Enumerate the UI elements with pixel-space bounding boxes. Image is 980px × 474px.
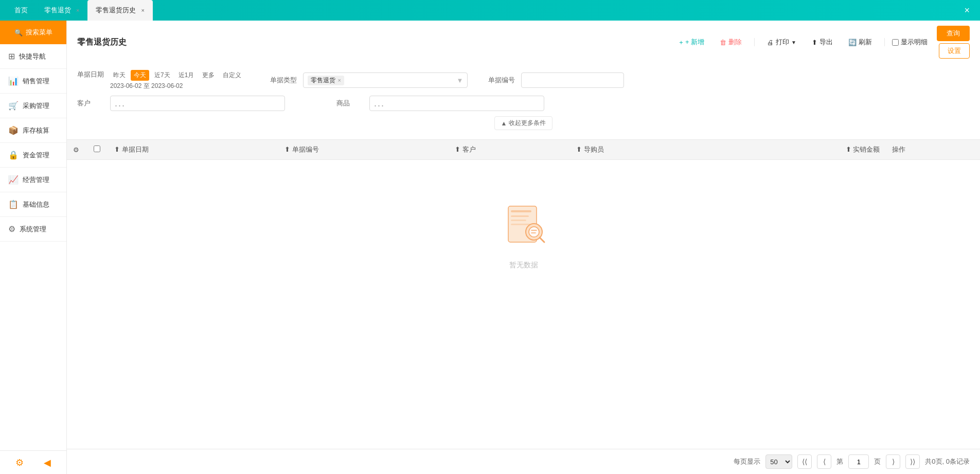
svg-line-7: [540, 238, 544, 242]
col-checkbox[interactable]: [87, 140, 108, 160]
refresh-button[interactable]: 🔄 刷新: [843, 35, 877, 49]
svg-rect-1: [511, 210, 531, 212]
date-btn-7days[interactable]: 近7天: [151, 70, 173, 81]
date-btn-more[interactable]: 更多: [199, 70, 218, 81]
page-header-top: 零售退货历史 + + 新增 🗑 删除 🖨 打印 ▼: [77, 26, 970, 59]
sidebar-item-sales-mgmt[interactable]: 📊 销售管理: [0, 69, 66, 94]
empty-illustration: [498, 201, 549, 252]
page-size-select[interactable]: 50 100 200: [765, 454, 792, 469]
sidebar-item-basic-info[interactable]: 📋 基础信息: [0, 192, 66, 217]
date-filter-label: 单据日期: [77, 70, 106, 79]
sidebar-item-label: 快捷导航: [19, 52, 46, 61]
tab-retail-return-history-close[interactable]: ×: [141, 7, 144, 13]
new-button[interactable]: + + 新增: [674, 35, 709, 49]
column-settings-icon[interactable]: ⚙: [73, 146, 79, 154]
settings-icon[interactable]: ⚙: [15, 457, 24, 468]
collapse-icon: ▲: [501, 120, 507, 127]
doc-type-dropdown-icon: ▼: [457, 77, 464, 84]
basic-info-icon: 📋: [8, 199, 19, 209]
doc-number-label: 单据编号: [488, 76, 517, 85]
sidebar-item-finance-mgmt[interactable]: 🔒 资金管理: [0, 143, 66, 168]
system-icon: ⚙: [8, 224, 15, 234]
quick-nav-icon: ⊞: [8, 51, 15, 61]
collapse-label: 收起更多条件: [509, 119, 546, 127]
prev-page-button[interactable]: ⟨: [817, 454, 831, 469]
purchase-icon: 🛒: [8, 101, 19, 111]
doc-type-tag: 零售退货 ×: [308, 76, 344, 85]
table-header-row: ⚙ ⬆ 单据日期 ⬆ 单据编号 ⬆ 客户: [67, 140, 980, 160]
sidebar-item-operations-mgmt[interactable]: 📈 经营管理: [0, 168, 66, 192]
customer-dots: ...: [115, 98, 126, 109]
sidebar-item-inventory-check[interactable]: 📦 库存核算: [0, 118, 66, 143]
sidebar-item-quick-nav[interactable]: ⊞ 快捷导航: [0, 44, 66, 69]
doc-type-tag-text: 零售退货: [311, 76, 335, 85]
next-page-button[interactable]: ⟩: [886, 454, 900, 469]
filter-row-2: 客户 ... 商品 ...: [77, 96, 970, 111]
select-all-checkbox[interactable]: [94, 145, 100, 152]
table-container: ⚙ ⬆ 单据日期 ⬆ 单据编号 ⬆ 客户: [67, 140, 980, 449]
toolbar: + + 新增 🗑 删除 🖨 打印 ▼ ⬆ 导出: [674, 26, 970, 59]
page-unit-label: 页: [874, 457, 881, 466]
empty-text: 暂无数据: [509, 261, 538, 270]
close-window-button[interactable]: ×: [960, 5, 974, 16]
sidebar-item-purchase-mgmt[interactable]: 🛒 采购管理: [0, 94, 66, 118]
delete-icon: 🗑: [720, 39, 726, 46]
finance-icon: 🔒: [8, 150, 19, 160]
sidebar-item-system-mgmt[interactable]: ⚙ 系统管理: [0, 217, 66, 242]
table-footer: 每页显示 50 100 200 ⟨⟨ ⟨ 第 页 ⟩ ⟩⟩ 共0页, 0条记录: [67, 449, 980, 474]
show-detail-checkbox-input[interactable]: [892, 39, 899, 46]
top-bar: 首页 零售退货 × 零售退货历史 × ×: [0, 0, 980, 21]
query-button[interactable]: 查询: [937, 26, 970, 41]
sidebar-item-label: 销售管理: [23, 77, 49, 86]
tab-retail-return-history-label: 零售退货历史: [96, 6, 136, 15]
tab-retail-return[interactable]: 零售退货 ×: [36, 0, 87, 21]
customer-filter-label: 客户: [77, 99, 106, 108]
col-action-label: 操作: [892, 145, 905, 153]
total-label: 共0页, 0条记录: [925, 457, 970, 466]
settings-button[interactable]: 设置: [939, 43, 970, 59]
tab-home[interactable]: 首页: [6, 0, 36, 21]
print-button[interactable]: 🖨 打印 ▼: [762, 35, 801, 49]
date-btn-custom[interactable]: 自定义: [220, 70, 244, 81]
col-date: ⬆ 单据日期: [108, 140, 278, 160]
page-number-input[interactable]: [848, 454, 869, 469]
product-select[interactable]: ...: [369, 96, 544, 111]
delete-button[interactable]: 🗑 删除: [715, 35, 747, 49]
col-settings[interactable]: ⚙: [67, 140, 87, 160]
svg-point-6: [529, 227, 539, 237]
sidebar-search[interactable]: 🔍 搜索菜单: [0, 21, 66, 44]
per-page-label: 每页显示: [734, 457, 760, 466]
show-detail-toggle[interactable]: 显示明细: [892, 38, 928, 47]
last-page-button[interactable]: ⟩⟩: [905, 454, 920, 469]
col-guide: ⬆ 导购员: [570, 140, 716, 160]
empty-row: 暂无数据: [67, 160, 980, 301]
date-btn-1month[interactable]: 近1月: [175, 70, 198, 81]
collapse-filter-button[interactable]: ▲ 收起更多条件: [494, 116, 553, 130]
page-label: 第: [836, 457, 843, 466]
table-body: 暂无数据: [67, 160, 980, 301]
top-bar-right: ×: [960, 5, 974, 16]
customer-select[interactable]: ...: [110, 96, 285, 111]
print-icon: 🖨: [767, 39, 774, 46]
first-page-button[interactable]: ⟨⟨: [797, 454, 812, 469]
tab-retail-return-close[interactable]: ×: [76, 7, 79, 13]
sidebar-item-label: 系统管理: [20, 225, 46, 234]
tab-retail-return-history[interactable]: 零售退货历史 ×: [87, 0, 152, 21]
date-range-display: 2023-06-02 至 2023-06-02: [110, 82, 244, 90]
export-button[interactable]: ⬆ 导出: [807, 35, 838, 49]
sidebar-item-label: 资金管理: [23, 151, 49, 160]
svg-rect-4: [511, 224, 530, 225]
product-filter-label: 商品: [336, 99, 365, 108]
date-btn-yesterday[interactable]: 昨天: [110, 70, 129, 81]
doc-type-select[interactable]: 零售退货 × ▼: [303, 72, 468, 88]
sidebar: 🔍 搜索菜单 ⊞ 快捷导航 📊 销售管理 🛒 采购管理 📦 库存核算 🔒 资金管…: [0, 21, 67, 474]
search-icon: 🔍: [14, 29, 23, 37]
doc-type-tag-close[interactable]: ×: [337, 77, 341, 83]
collapse-sidebar-icon[interactable]: ◀: [44, 457, 51, 468]
svg-rect-2: [511, 215, 529, 217]
date-btn-today[interactable]: 今天: [131, 70, 149, 81]
doc-number-input[interactable]: [521, 72, 624, 88]
sidebar-search-label: 搜索菜单: [26, 28, 52, 37]
filter-row-1: 单据日期 昨天 今天 近7天 近1月 更多 自定义 2023-06-02 至 2…: [77, 70, 970, 90]
sidebar-bottom: ⚙ ◀: [0, 450, 66, 474]
